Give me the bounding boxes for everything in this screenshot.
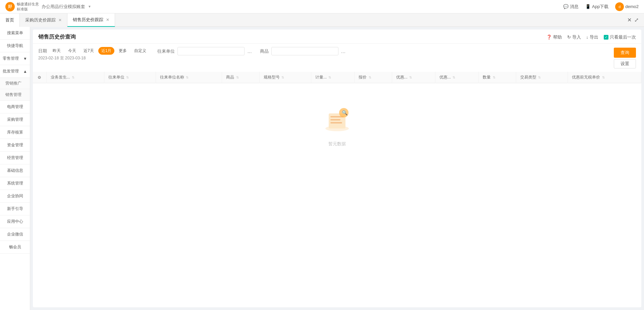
sidebar-item-finance[interactable]: 资金管理 [0, 139, 30, 152]
empty-text: 暂元数据 [328, 141, 346, 147]
table-container: ⚙ 业务发生... ⇅ 往来单位 ⇅ 往来单位名称 ⇅ [33, 72, 641, 307]
page-header: 销售历史价查询 ❓ 帮助 ↻ 导入 ↓ 导出 ✓ 只看最后一次 [33, 30, 641, 44]
page-actions: ❓ 帮助 ↻ 导入 ↓ 导出 ✓ 只看最后一次 [546, 34, 636, 40]
col-settings[interactable]: ⚙ [33, 72, 46, 83]
sidebar-item-system[interactable]: 系统管理 [0, 177, 30, 190]
col-business-date[interactable]: 业务发生... ⇅ [46, 72, 104, 83]
sidebar-item-wholesale-mgmt[interactable]: 批发管理 ▲ [0, 65, 30, 78]
sidebar-item-retail-mgmt[interactable]: 零售管理 ▼ [0, 52, 30, 65]
app-selector[interactable]: 办公用品行业模拟账套 ▼ [42, 4, 91, 10]
sort-icon: ⇅ [538, 75, 541, 79]
chevron-down-icon: ▼ [23, 56, 27, 61]
product-dots-btn[interactable]: ... [341, 48, 345, 54]
sort-icon: ⇅ [369, 75, 371, 79]
col-spec[interactable]: 规格型号 ⇅ [259, 72, 311, 83]
col-pretax-price[interactable]: 优惠前无税单价 ⇅ [568, 72, 641, 83]
col-partner-code[interactable]: 往来单位 ⇅ [104, 72, 156, 83]
export-btn[interactable]: ↓ 导出 [586, 34, 599, 40]
col-partner-name[interactable]: 往来单位名称 ⇅ [156, 72, 222, 83]
sort-icon: ⇅ [452, 75, 455, 79]
col-quantity[interactable]: 数量 ⇅ [479, 72, 516, 83]
sidebar-item-basic-info[interactable]: 基础信息 [0, 164, 30, 177]
app-download-btn[interactable]: 📱 App下载 [585, 4, 608, 10]
col-transaction-type[interactable]: 交易类型 ⇅ [516, 72, 568, 83]
sidebar-item-enterprise-wechat[interactable]: 企业微信 [0, 228, 30, 241]
maximize-btn[interactable]: ⤢ [634, 17, 639, 23]
sidebar-item-app-center[interactable]: 应用中心 [0, 215, 30, 228]
partner-filter-inner: 往来单位 ... [157, 47, 252, 55]
user-profile[interactable]: d demo2 [615, 2, 639, 11]
svg-rect-4 [330, 122, 342, 123]
sidebar-item-new-guide[interactable]: 新手引导 [0, 203, 30, 215]
help-icon: ❓ [546, 35, 552, 40]
col-quoted-price[interactable]: 报价 ⇅ [355, 72, 392, 83]
logo-area: 好 畅捷通好生意 标准版 [5, 2, 39, 11]
date-range-display: 2023-02-18 至 2023-03-18 [38, 55, 86, 61]
app-download-icon: 📱 [585, 4, 591, 9]
settings-button[interactable]: 设置 [614, 59, 636, 68]
empty-icon: 🔍 [320, 103, 354, 137]
col-product[interactable]: 商品 ⇅ [222, 72, 259, 83]
tab-sales-history[interactable]: 销售历史价跟踪 ✕ [67, 13, 115, 27]
product-filter: 商品 ... [260, 47, 345, 55]
sort-icon: ⇅ [186, 75, 189, 79]
date-btn-7days[interactable]: 近7天 [80, 47, 97, 55]
svg-text:🔍: 🔍 [342, 110, 348, 116]
sort-icon: ⇅ [281, 75, 284, 79]
sort-icon: ⇅ [236, 75, 239, 79]
date-btn-1month[interactable]: 近1月 [98, 47, 115, 55]
sidebar-item-enterprise-collab[interactable]: 企业协同 [0, 190, 30, 203]
date-btn-more[interactable]: 更多 [116, 47, 130, 55]
sidebar-item-search-menu[interactable]: 搜索菜单 [0, 27, 30, 40]
date-btn-custom[interactable]: 自定义 [131, 47, 149, 55]
partner-input[interactable] [177, 47, 245, 55]
col-discount2[interactable]: 优惠... ⇅ [435, 72, 479, 83]
message-icon: 💬 [563, 4, 569, 9]
sidebar-item-operations[interactable]: 经营管理 [0, 152, 30, 164]
sidebar-sub-sales-mgmt[interactable]: 销售管理 [0, 89, 30, 101]
tab-home[interactable]: 首页 [0, 13, 20, 27]
action-buttons: 查询 设置 [614, 48, 636, 68]
sort-icon: ⇅ [602, 75, 605, 79]
message-btn[interactable]: 💬 消息 [563, 4, 579, 10]
sidebar-item-inventory[interactable]: 库存核算 [0, 126, 30, 139]
top-bar: 好 畅捷通好生意 标准版 办公用品行业模拟账套 ▼ 💬 消息 📱 App下载 d… [0, 0, 644, 13]
partner-filter: 往来单位 ... [157, 47, 252, 55]
product-filter-label: 商品 [260, 48, 269, 54]
sort-icon: ⇅ [126, 75, 129, 79]
query-button[interactable]: 查询 [614, 48, 636, 58]
filter-bar: 日期 昨天 今天 近7天 近1月 更多 自定义 2023-02-18 至 202… [33, 44, 641, 72]
sidebar-item-member[interactable]: 畅会员 [0, 241, 30, 254]
col-unit[interactable]: 计量... ⇅ [311, 72, 355, 83]
only-last-checkbox-group[interactable]: ✓ 只看最后一次 [604, 34, 636, 40]
date-btn-yesterday[interactable]: 昨天 [50, 47, 64, 55]
sidebar-item-purchase[interactable]: 采购管理 [0, 113, 30, 126]
import-btn[interactable]: ↻ 导入 [567, 34, 581, 40]
sort-icon: ⇅ [328, 75, 331, 79]
partner-dots-btn[interactable]: ... [247, 48, 252, 54]
sidebar-sub-marketing[interactable]: 营销推广 [0, 78, 30, 89]
main-layout: 搜索菜单 快捷导航 零售管理 ▼ 批发管理 ▲ 营销推广 销售管理 [0, 27, 644, 310]
date-buttons: 昨天 今天 近7天 近1月 更多 自定义 [50, 47, 149, 55]
date-filter-inner: 日期 昨天 今天 近7天 近1月 更多 自定义 [38, 47, 149, 55]
date-filter: 日期 昨天 今天 近7天 近1月 更多 自定义 2023-02-18 至 202… [38, 47, 149, 61]
tab-purchase-history[interactable]: 采购历史价跟踪 ✕ [20, 13, 67, 27]
sidebar-item-ecommerce[interactable]: 电商管理 [0, 101, 30, 113]
product-input[interactable] [271, 47, 338, 55]
sidebar-wholesale-children: 营销推广 销售管理 [0, 78, 30, 101]
tab-close-sales[interactable]: ✕ [106, 17, 109, 22]
sort-icon: ⇅ [493, 75, 495, 79]
date-btn-today[interactable]: 今天 [65, 47, 79, 55]
date-filter-label: 日期 [38, 48, 47, 54]
sidebar-item-quick-nav[interactable]: 快捷导航 [0, 40, 30, 52]
sidebar-group-wholesale: 批发管理 ▲ 营销推广 销售管理 [0, 65, 30, 101]
only-last-checkbox[interactable]: ✓ [604, 35, 608, 40]
tab-close-purchase[interactable]: ✕ [58, 18, 62, 22]
help-btn[interactable]: ❓ 帮助 [546, 34, 562, 40]
logo-icon: 好 [5, 2, 15, 11]
close-window-btn[interactable]: ✕ [627, 17, 632, 23]
sort-icon: ⇅ [409, 75, 412, 79]
avatar: d [615, 2, 624, 11]
col-discount1[interactable]: 优惠... ⇅ [392, 72, 435, 83]
logo-text: 畅捷通好生意 标准版 [17, 2, 39, 11]
